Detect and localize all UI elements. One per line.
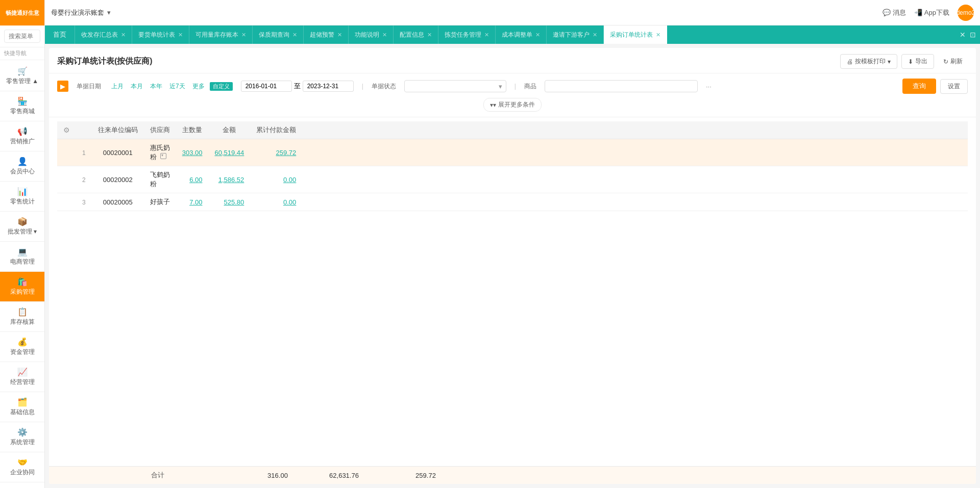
shortcut-last-month[interactable]: 上月 bbox=[109, 81, 126, 92]
sidebar-item-basic[interactable]: 🗂️ 基础信息 bbox=[0, 392, 44, 422]
sidebar-item-enterprise[interactable]: 🤝 企业协同 bbox=[0, 452, 44, 482]
date-range-separator: 至 bbox=[294, 82, 301, 91]
col-settings-icon[interactable]: ⚙ bbox=[63, 126, 70, 134]
row-1-no: 1 bbox=[76, 139, 92, 166]
btn-query[interactable]: 查询 bbox=[902, 79, 936, 94]
col-extra bbox=[302, 121, 968, 139]
col-paid[interactable]: 累计付款金额 bbox=[250, 121, 302, 139]
workspace-selector[interactable]: 母婴行业演示账套 ▾ bbox=[51, 8, 883, 17]
sidebar-item-new-guide[interactable]: 🎯 新手引导 bbox=[0, 482, 44, 488]
sidebar-item-purchase[interactable]: 🛍️ 采购管理 bbox=[0, 272, 44, 302]
filter-goods-input[interactable] bbox=[545, 80, 698, 92]
shortcut-this-year[interactable]: 本年 bbox=[148, 81, 164, 92]
tab-pick-task-close[interactable]: ✕ bbox=[484, 32, 489, 38]
row-3-qty[interactable]: 7.00 bbox=[176, 193, 209, 211]
tab-pick-task-label: 拣货任务管理 bbox=[445, 31, 481, 39]
expand-more-row: ▾▾ 展开更多条件 bbox=[57, 98, 968, 112]
member-icon: 👤 bbox=[17, 157, 28, 166]
row-1-amount[interactable]: 60,519.44 bbox=[208, 139, 250, 166]
tab-goods-stats-close[interactable]: ✕ bbox=[178, 32, 183, 38]
filter-toggle-btn[interactable]: ▶ bbox=[57, 81, 68, 92]
tab-expiry-query[interactable]: 保质期查询 ✕ bbox=[253, 25, 304, 44]
tab-invite-downstream[interactable]: 邀请下游客户 ✕ bbox=[547, 25, 604, 44]
col-supplier-code[interactable]: 往来单位编码 bbox=[92, 121, 144, 139]
tab-available-stock[interactable]: 可用量库存账本 ✕ bbox=[189, 25, 253, 44]
tab-purchase-stats[interactable]: 采购订单统计表 ✕ bbox=[604, 25, 667, 44]
row-1-expand-icon[interactable] bbox=[160, 153, 166, 159]
sidebar-nav: 🛒 零售管理 ▲ 🏪 零售商城 📢 营销推广 👤 会员中心 📊 零售统计 📦 批… bbox=[0, 61, 44, 488]
date-from-input[interactable] bbox=[241, 81, 292, 92]
row-3-supplier-name: 好孩子 bbox=[144, 193, 176, 211]
tab-func-desc-close[interactable]: ✕ bbox=[382, 32, 387, 38]
goods-more-icon[interactable]: ··· bbox=[706, 83, 712, 90]
tab-cost-adjust-close[interactable]: ✕ bbox=[535, 32, 540, 38]
table-footer: 合计 316.00 62,631.76 259.72 bbox=[49, 466, 976, 484]
row-3-amount[interactable]: 525.80 bbox=[208, 193, 250, 211]
row-2-supplier-code: 00020002 bbox=[92, 166, 144, 193]
btn-print[interactable]: 🖨 按模板打印 ▾ bbox=[840, 54, 897, 69]
retail-mall-icon: 🏪 bbox=[17, 96, 28, 106]
row-1-qty[interactable]: 303.00 bbox=[176, 139, 209, 166]
shortcut-7days[interactable]: 近7天 bbox=[167, 81, 187, 92]
sidebar-item-ecommerce[interactable]: 💻 电商管理 bbox=[0, 242, 44, 272]
sidebar-search-input[interactable] bbox=[4, 30, 40, 43]
tab-receive-summary[interactable]: 收发存汇总表 ✕ bbox=[75, 25, 132, 44]
sidebar-item-member[interactable]: 👤 会员中心 bbox=[0, 151, 44, 182]
sidebar-item-operations[interactable]: 📈 经营管理 bbox=[0, 362, 44, 392]
row-2-qty[interactable]: 6.00 bbox=[176, 166, 209, 193]
user-avatar[interactable]: demo2 bbox=[958, 5, 974, 21]
btn-settings[interactable]: 设置 bbox=[940, 79, 968, 94]
row-3-paid[interactable]: 0.00 bbox=[250, 193, 302, 211]
row-1-settings bbox=[57, 139, 76, 166]
tab-home[interactable]: 首页 bbox=[45, 25, 75, 44]
tab-config-label: 配置信息 bbox=[400, 31, 424, 39]
sidebar-item-retail-stats[interactable]: 📊 零售统计 bbox=[0, 182, 44, 212]
date-to-input[interactable] bbox=[303, 81, 354, 92]
app-logo[interactable]: 畅捷通好生意 bbox=[0, 0, 44, 25]
sidebar-item-system[interactable]: ⚙️ 系统管理 bbox=[0, 422, 44, 452]
tab-pick-task[interactable]: 拣货任务管理 ✕ bbox=[438, 25, 496, 44]
col-supplier-name[interactable]: 供应商 bbox=[144, 121, 176, 139]
col-qty[interactable]: 主数量 bbox=[176, 121, 209, 139]
messages-btn[interactable]: 💬 消息 bbox=[883, 8, 906, 17]
row-2-amount[interactable]: 1,586.52 bbox=[208, 166, 250, 193]
sidebar-item-retail-mall[interactable]: 🏪 零售商城 bbox=[0, 91, 44, 121]
sidebar-item-finance[interactable]: 💰 资金管理 bbox=[0, 332, 44, 362]
btn-refresh-label: 刷新 bbox=[950, 57, 963, 66]
tab-close-all-icon[interactable]: ✕ bbox=[960, 31, 966, 39]
btn-export[interactable]: ⬇ 导出 bbox=[901, 54, 934, 69]
tab-goods-stats[interactable]: 要货单统计表 ✕ bbox=[132, 25, 189, 44]
tab-overstock-close[interactable]: ✕ bbox=[337, 32, 342, 38]
shortcut-more[interactable]: 更多 bbox=[190, 81, 207, 92]
sidebar-item-enterprise-label: 企业协同 bbox=[10, 468, 35, 477]
tab-config[interactable]: 配置信息 ✕ bbox=[394, 25, 438, 44]
sidebar-item-wholesale[interactable]: 📦 批发管理 ▾ bbox=[0, 212, 44, 242]
tab-cost-adjust[interactable]: 成本调整单 ✕ bbox=[496, 25, 547, 44]
tab-func-desc[interactable]: 功能说明 ✕ bbox=[349, 25, 394, 44]
sidebar-item-marketing[interactable]: 📢 营销推广 bbox=[0, 121, 44, 151]
wholesale-icon: 📦 bbox=[17, 217, 28, 226]
tab-restore-icon[interactable]: ⊡ bbox=[970, 31, 976, 39]
col-amount[interactable]: 金额 bbox=[208, 121, 250, 139]
print-dropdown-icon[interactable]: ▾ bbox=[888, 58, 891, 65]
row-2-paid[interactable]: 0.00 bbox=[250, 166, 302, 193]
tab-config-close[interactable]: ✕ bbox=[427, 32, 432, 38]
btn-refresh[interactable]: ↻ 刷新 bbox=[938, 55, 968, 68]
tab-purchase-stats-close[interactable]: ✕ bbox=[656, 32, 660, 38]
tab-available-stock-close[interactable]: ✕ bbox=[241, 32, 246, 38]
filter-status-select[interactable] bbox=[404, 80, 506, 92]
shortcut-this-month[interactable]: 本月 bbox=[129, 81, 145, 92]
tab-invite-downstream-close[interactable]: ✕ bbox=[593, 32, 597, 38]
row-1-paid[interactable]: 259.72 bbox=[250, 139, 302, 166]
tab-receive-summary-close[interactable]: ✕ bbox=[121, 32, 126, 38]
workspace-dropdown-icon[interactable]: ▾ bbox=[107, 9, 111, 16]
app-download-btn[interactable]: 📲 App下载 bbox=[914, 8, 949, 17]
expand-more-btn[interactable]: ▾▾ 展开更多条件 bbox=[483, 98, 542, 112]
sidebar-item-retail[interactable]: 🛒 零售管理 ▲ bbox=[0, 61, 44, 91]
sidebar-item-inventory[interactable]: 📋 库存核算 bbox=[0, 302, 44, 332]
tab-expiry-query-close[interactable]: ✕ bbox=[292, 32, 297, 38]
enterprise-icon: 🤝 bbox=[17, 457, 28, 467]
logo-text: 畅捷通好生意 bbox=[6, 9, 39, 16]
page-header-actions: 🖨 按模板打印 ▾ ⬇ 导出 ↻ 刷新 bbox=[840, 54, 968, 69]
tab-overstock[interactable]: 超储预警 ✕ bbox=[304, 25, 349, 44]
